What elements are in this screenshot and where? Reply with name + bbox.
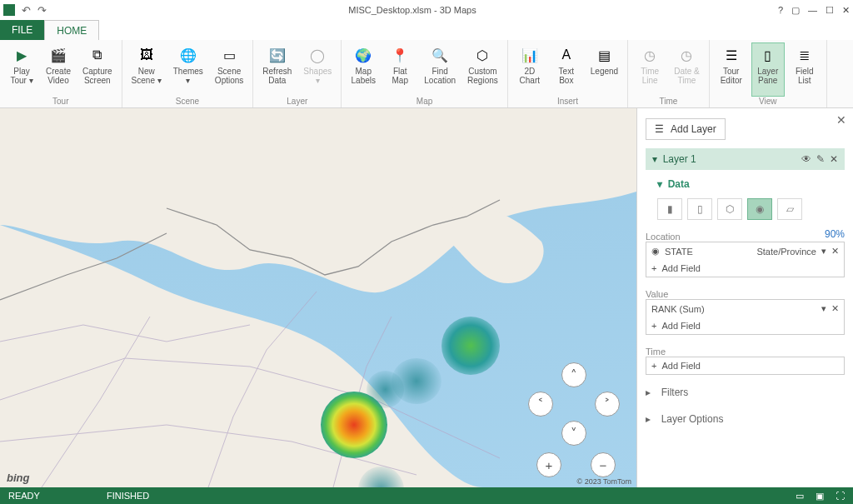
ribbon-icon: ▯: [756, 45, 780, 65]
layers-icon: ☰: [655, 123, 664, 135]
ribbon-capture-button[interactable]: ⧉CaptureScreen: [78, 42, 117, 97]
ribbon-label: CaptureScreen: [82, 67, 112, 85]
heatmap-blob: [441, 317, 500, 375]
ribbon-label: 2DChart: [520, 67, 540, 85]
excel-icon: [3, 4, 15, 16]
location-label: Location: [646, 232, 681, 242]
maximize-icon[interactable]: ☐: [826, 5, 834, 16]
ribbon-icon: ☰: [720, 45, 743, 65]
map-zoom-in-btn[interactable]: +: [536, 452, 561, 477]
ribbon-layer-button[interactable]: ▯LayerPane: [751, 42, 785, 97]
ribbon-time-button: ◷TimeLine: [633, 42, 666, 97]
viz-bubble-btn[interactable]: ⬡: [717, 198, 742, 220]
ribbon-opts-icon[interactable]: ▢: [791, 5, 800, 16]
minimize-icon[interactable]: —: [808, 5, 817, 16]
remove-field-icon[interactable]: ✕: [831, 246, 839, 257]
ribbon-label: RefreshData: [262, 67, 292, 85]
undo-icon[interactable]: ↶: [22, 4, 31, 17]
remove-field-icon[interactable]: ✕: [831, 303, 839, 314]
ribbon-label: FieldList: [796, 67, 814, 85]
add-location-field-btn[interactable]: + Add Field: [646, 260, 844, 277]
ribbon-themes-button[interactable]: 🌐Themes▾: [169, 42, 207, 97]
ribbon-tour-button[interactable]: ☰TourEditor: [715, 42, 748, 97]
viz-type-row: ▮ ▯ ⬡ ◉ ▱: [646, 198, 845, 220]
ribbon-flat-button[interactable]: 📍FlatMap: [383, 42, 417, 97]
redo-icon[interactable]: ↷: [37, 4, 47, 17]
ribbon-find-button[interactable]: 🔍FindLocation: [420, 42, 460, 97]
add-layer-label: Add Layer: [671, 123, 716, 135]
help-icon[interactable]: ?: [778, 5, 783, 16]
map-pan-left-btn[interactable]: ˂: [528, 392, 553, 417]
ribbon-label: MapLabels: [352, 67, 376, 85]
heatmap-blob: [367, 371, 404, 408]
view-mode-2-icon[interactable]: ▣: [816, 491, 824, 502]
ribbon-label: Legend: [591, 67, 618, 76]
data-section-label[interactable]: ▾ Data: [646, 178, 845, 190]
location-type[interactable]: State/Province: [756, 247, 816, 257]
layer-header[interactable]: ▾ Layer 1 👁 ✎ ✕: [646, 148, 845, 170]
ribbon-icon: ◷: [675, 45, 698, 65]
plus-icon: +: [651, 361, 656, 371]
close-pane-icon[interactable]: ✕: [836, 113, 846, 127]
viz-region-btn[interactable]: ▱: [777, 198, 802, 220]
title-bar: ↶ ↷ MISC_Desktop.xlsm - 3D Maps ? ▢ — ☐ …: [0, 0, 853, 20]
ribbon-field-button[interactable]: ≣FieldList: [788, 42, 821, 97]
view-mode-1-icon[interactable]: ▭: [796, 491, 804, 502]
ribbon-label: SceneOptions: [215, 67, 243, 85]
ribbon-group-label: Scene: [127, 97, 248, 107]
location-field-row[interactable]: ◉ STATE State/Province ▾ ✕: [646, 242, 844, 260]
ribbon-icon: ▤: [592, 45, 616, 65]
close-icon[interactable]: ✕: [842, 5, 850, 16]
add-layer-button[interactable]: ☰ Add Layer: [646, 118, 726, 140]
ribbon-scene-button[interactable]: ▭SceneOptions: [211, 42, 247, 97]
status-ready: READY: [8, 491, 40, 501]
location-confidence[interactable]: 90%: [825, 228, 845, 242]
view-mode-3-icon[interactable]: ⛶: [836, 491, 845, 502]
ribbon: ▶PlayTour ▾🎬CreateVideo⧉CaptureScreenTou…: [0, 40, 853, 108]
ribbon-icon: 🔄: [266, 45, 289, 65]
viz-heatmap-btn[interactable]: ◉: [747, 198, 772, 220]
tab-home[interactable]: HOME: [44, 20, 99, 40]
ribbon-group-label: Time: [633, 97, 704, 107]
ribbon-icon: 🌍: [352, 45, 375, 65]
ribbon-custom-button[interactable]: ⬡CustomRegions: [463, 42, 502, 97]
map-canvas[interactable]: ˄ ˂ ˃ ˅ + − bing © 2023 TomTom: [0, 108, 636, 487]
dropdown-icon[interactable]: ▾: [821, 303, 826, 314]
map-pan-right-btn[interactable]: ˃: [595, 392, 620, 417]
ribbon-text-button[interactable]: ATextBox: [550, 42, 583, 97]
viz-stacked-column-btn[interactable]: ▮: [657, 198, 682, 220]
ribbon-label: CustomRegions: [467, 67, 498, 85]
delete-layer-icon[interactable]: ✕: [830, 153, 838, 165]
add-time-field-btn[interactable]: + Add Field: [646, 357, 844, 374]
value-field-row[interactable]: RANK (Sum) ▾ ✕: [646, 300, 844, 317]
ribbon-label: Shapes▾: [303, 67, 332, 85]
rename-icon[interactable]: ✎: [816, 153, 825, 165]
layer-pane: ✕ ☰ Add Layer ▾ Layer 1 👁 ✎ ✕ ▾ Data ▮ ▯…: [636, 108, 853, 487]
basemap: [0, 108, 636, 487]
ribbon-play-button[interactable]: ▶PlayTour ▾: [5, 42, 38, 97]
ribbon-create-button[interactable]: 🎬CreateVideo: [42, 42, 75, 97]
dropdown-icon[interactable]: ▾: [821, 246, 826, 257]
map-zoom-out-btn[interactable]: −: [591, 452, 616, 477]
status-bar: READY FINISHED ▭ ▣ ⛶: [0, 487, 853, 504]
ribbon-shapes-button: ◯Shapes▾: [299, 42, 336, 97]
ribbon-label: TextBox: [559, 67, 574, 85]
tab-file[interactable]: FILE: [0, 20, 44, 40]
ribbon-icon: 🌐: [177, 45, 200, 65]
visibility-icon[interactable]: 👁: [801, 153, 811, 165]
filters-section[interactable]: ▸ Filters: [646, 383, 845, 402]
ribbon-group-label: View: [715, 97, 821, 107]
ribbon-legend-button[interactable]: ▤Legend: [586, 42, 622, 97]
ribbon-refresh-button[interactable]: 🔄RefreshData: [258, 42, 296, 97]
ribbon-map-button[interactable]: 🌍MapLabels: [347, 42, 380, 97]
add-value-field-btn[interactable]: + Add Field: [646, 317, 844, 334]
map-pan-up-btn[interactable]: ˄: [561, 362, 586, 387]
layer-options-section[interactable]: ▸ Layer Options: [646, 410, 845, 428]
window-title: MISC_Desktop.xlsm - 3D Maps: [47, 5, 778, 15]
ribbon-label: TimeLine: [641, 67, 659, 85]
ribbon--d-button[interactable]: 📊2DChart: [513, 42, 546, 97]
ribbon-label: Date &Time: [674, 67, 700, 85]
viz-clustered-column-btn[interactable]: ▯: [687, 198, 712, 220]
map-pan-down-btn[interactable]: ˅: [561, 421, 586, 446]
ribbon-new-button[interactable]: 🖼NewScene ▾: [127, 42, 166, 97]
